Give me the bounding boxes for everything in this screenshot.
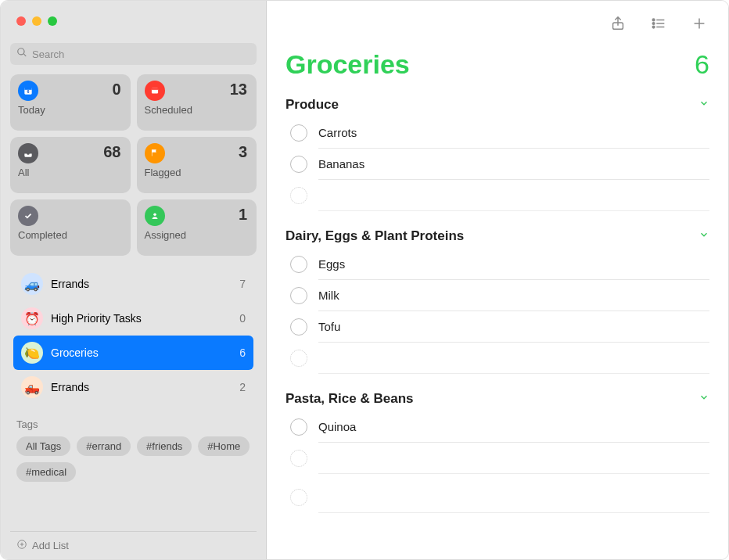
- list-header: Groceries 6: [285, 49, 709, 80]
- smart-list-label: Scheduled: [145, 104, 248, 116]
- reminder-item[interactable]: Tofu: [285, 311, 709, 343]
- list-name: Errands: [51, 381, 239, 393]
- reminder-item[interactable]: Quinoa: [285, 411, 709, 443]
- svg-rect-4: [151, 88, 157, 90]
- list-count: 6: [239, 346, 246, 359]
- smart-list-count: 3: [239, 143, 247, 161]
- tray-icon: [18, 143, 38, 163]
- svg-point-5: [153, 214, 156, 217]
- add-reminder-button[interactable]: [688, 12, 711, 38]
- section-dairy: Dairy, Eggs & Plant Proteins Eggs Milk T…: [285, 228, 709, 374]
- list-total-count: 6: [695, 49, 709, 80]
- reminder-title: Eggs: [318, 257, 345, 271]
- chevron-down-icon: [698, 228, 709, 244]
- toolbar: [606, 12, 711, 38]
- plus-icon: [691, 23, 708, 34]
- smart-list-label: Today: [18, 104, 121, 116]
- reminder-item[interactable]: Carrots: [285, 117, 709, 149]
- list-icon: 🍋: [21, 342, 43, 364]
- new-reminder-placeholder[interactable]: [285, 343, 709, 374]
- smart-list-count: 68: [103, 143, 120, 161]
- search-field[interactable]: [10, 43, 257, 65]
- minimize-window-button[interactable]: [32, 16, 41, 26]
- smart-list-all[interactable]: 68 All: [10, 137, 131, 193]
- tags-section: Tags All Tags #errand #friends #Home #me…: [10, 418, 257, 482]
- completion-circle[interactable]: [290, 256, 307, 273]
- section-pasta: Pasta, Rice & Beans Quinoa: [285, 391, 709, 474]
- completion-circle[interactable]: [290, 287, 307, 304]
- calendar-today-icon: 6: [18, 81, 38, 101]
- fullscreen-window-button[interactable]: [48, 16, 57, 26]
- my-lists: 🚙 Errands 7 ⏰ High Priority Tasks 0 🍋 Gr…: [10, 267, 257, 404]
- smart-list-completed[interactable]: Completed: [10, 199, 131, 256]
- list-count: 2: [239, 381, 246, 393]
- reminder-item[interactable]: Milk: [285, 280, 709, 311]
- list-name: Groceries: [51, 346, 239, 359]
- list-bullet-icon: [650, 23, 667, 34]
- smart-list-scheduled[interactable]: 13 Scheduled: [137, 74, 257, 131]
- list-item-errands-2[interactable]: 🛻 Errands 2: [13, 370, 253, 404]
- list-item-errands[interactable]: 🚙 Errands 7: [13, 267, 253, 301]
- list-name: High Priority Tasks: [51, 312, 239, 325]
- section-title: Dairy, Eggs & Plant Proteins: [285, 228, 464, 244]
- svg-point-10: [652, 26, 655, 28]
- share-button[interactable]: [606, 12, 630, 38]
- smart-list-label: All: [18, 167, 121, 178]
- reminder-title: Milk: [318, 289, 339, 302]
- completion-circle[interactable]: [290, 318, 307, 336]
- add-list-button[interactable]: Add List: [10, 531, 257, 559]
- section-title: Produce: [285, 97, 339, 113]
- smart-list-label: Assigned: [145, 229, 248, 241]
- section-header[interactable]: Produce: [285, 97, 709, 117]
- flag-icon: [145, 143, 165, 163]
- reminder-item[interactable]: Eggs: [285, 249, 709, 280]
- chevron-down-icon: [698, 391, 709, 407]
- completion-circle[interactable]: [290, 418, 307, 436]
- svg-point-9: [652, 23, 655, 25]
- reminder-title: Quinoa: [318, 420, 356, 433]
- list-icon: 🚙: [21, 273, 43, 295]
- list-title: Groceries: [285, 49, 695, 80]
- reminder-title: Carrots: [318, 126, 357, 139]
- completion-circle-placeholder: [290, 450, 307, 467]
- list-count: 0: [239, 312, 246, 325]
- tag-friends[interactable]: #friends: [137, 436, 192, 456]
- smart-list-count: 13: [230, 81, 247, 99]
- smart-list-today[interactable]: 6 0 Today: [10, 74, 131, 131]
- section-produce: Produce Carrots Bananas: [285, 97, 709, 211]
- main-content: Groceries 6 Produce Carrots Bananas: [267, 1, 728, 559]
- search-input[interactable]: [32, 48, 250, 60]
- list-name: Errands: [51, 278, 239, 290]
- tag-errand[interactable]: #errand: [77, 436, 131, 456]
- view-options-button[interactable]: [647, 12, 670, 38]
- reminder-title: Bananas: [318, 157, 364, 171]
- svg-point-8: [652, 19, 655, 21]
- list-item-groceries[interactable]: 🍋 Groceries 6: [13, 336, 253, 370]
- list-icon: ⏰: [21, 307, 43, 329]
- share-icon: [609, 23, 627, 34]
- new-reminder-placeholder[interactable]: [285, 180, 709, 211]
- new-reminder-row[interactable]: [285, 482, 709, 513]
- calendar-icon: [145, 81, 165, 101]
- reminder-item[interactable]: Bananas: [285, 149, 709, 180]
- section-header[interactable]: Dairy, Eggs & Plant Proteins: [285, 228, 709, 249]
- close-window-button[interactable]: [16, 16, 26, 26]
- list-item-high-priority[interactable]: ⏰ High Priority Tasks 0: [13, 301, 253, 336]
- tag-home[interactable]: #Home: [198, 436, 250, 456]
- completion-circle[interactable]: [290, 124, 307, 142]
- svg-text:6: 6: [27, 89, 30, 94]
- list-icon: 🛻: [21, 376, 43, 398]
- tag-medical[interactable]: #medical: [16, 462, 76, 482]
- smart-list-flagged[interactable]: 3 Flagged: [137, 137, 257, 193]
- section-title: Pasta, Rice & Beans: [285, 391, 413, 407]
- section-header[interactable]: Pasta, Rice & Beans: [285, 391, 709, 411]
- completion-circle-placeholder: [290, 489, 307, 506]
- search-icon: [16, 47, 32, 61]
- checkmark-icon: [18, 206, 38, 226]
- smart-list-count: 1: [239, 206, 247, 224]
- completion-circle[interactable]: [290, 156, 307, 173]
- completion-circle-placeholder: [290, 187, 307, 204]
- new-reminder-placeholder[interactable]: [285, 443, 709, 474]
- smart-list-assigned[interactable]: 1 Assigned: [137, 199, 257, 256]
- tag-all[interactable]: All Tags: [16, 436, 70, 456]
